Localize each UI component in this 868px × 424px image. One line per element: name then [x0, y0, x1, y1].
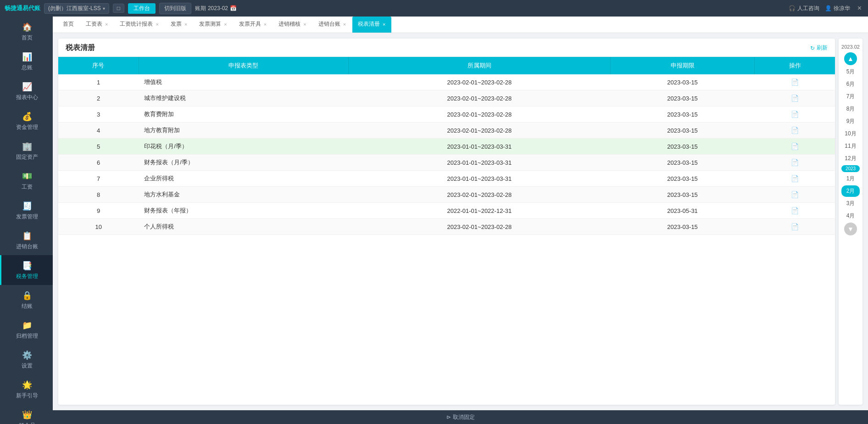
tab-purchase-audit[interactable]: 进销稽核×: [273, 17, 312, 33]
action-icon[interactable]: 📄: [791, 175, 799, 182]
row-deadline: 2023-03-15: [611, 171, 755, 187]
action-icon[interactable]: 📄: [791, 78, 799, 86]
action-icon[interactable]: 📄: [791, 95, 799, 102]
row-action[interactable]: 📄: [755, 171, 835, 187]
refresh-button[interactable]: ↻ 刷新: [810, 44, 828, 52]
right-panel: 2023.02▲5月6月7月8月9月10月11月12月20231月2月3月4月▼: [839, 39, 862, 405]
tab-home[interactable]: 首页: [57, 17, 79, 33]
top-bar: 畅捷通易代账 (勿删）江西服室-LSS ▾ □ 工作台 切到旧版 账期 2023…: [0, 0, 868, 17]
tab-tax-clear[interactable]: 税表清册×: [352, 17, 391, 33]
sidebar-item-guide[interactable]: 🌟新手引导: [0, 374, 53, 404]
row-action[interactable]: 📄: [755, 155, 835, 171]
ai-consult-button[interactable]: 🎧 人工咨询: [789, 5, 819, 12]
row-deadline: 2023-03-15: [611, 90, 755, 106]
sidebar-item-home[interactable]: 🏠首页: [0, 17, 53, 46]
action-icon[interactable]: 📄: [791, 159, 799, 166]
table-row: 3 教育费附加 2023-02-01~2023-02-28 2023-03-15…: [58, 106, 835, 123]
month-2022-5月[interactable]: 5月: [841, 66, 860, 78]
tab-label-invoice: 发票: [171, 20, 182, 28]
sidebar-item-tax[interactable]: 📑税务管理: [0, 255, 53, 285]
unpin-bar[interactable]: ⊳ 取消固定: [53, 410, 868, 424]
row-action[interactable]: 📄: [755, 106, 835, 123]
tab-close-purchase-audit[interactable]: ×: [303, 22, 306, 27]
action-icon[interactable]: 📄: [791, 223, 799, 230]
tab-purchase-ledger[interactable]: 进销台账×: [313, 17, 351, 33]
row-type: 财务报表（月/季）: [139, 155, 348, 171]
month-2022-7月[interactable]: 7月: [841, 91, 860, 102]
sidebar-item-reports[interactable]: 📈报表中心: [0, 76, 53, 106]
row-no: 9: [58, 203, 139, 219]
tab-close-tax-clear[interactable]: ×: [383, 22, 385, 27]
unpin-icon: ⊳: [446, 414, 451, 420]
tab-invoice-calc[interactable]: 发票测算×: [194, 17, 232, 33]
table-row: 9 财务报表（年报） 2022-01-01~2022-12-31 2023-05…: [58, 203, 835, 219]
sidebar-item-funds[interactable]: 💰资金管理: [0, 106, 53, 136]
page-content: 税表清册 ↻ 刷新 序号申报表类型所属期间申报期限操作 1 增值税 2023-0…: [53, 33, 868, 410]
sidebar-item-assets[interactable]: 🏢固定资产: [0, 136, 53, 166]
tab-payroll-stats[interactable]: 工资统计报表×: [114, 17, 164, 33]
month-2023-1月[interactable]: 1月: [841, 173, 860, 184]
sidebar-item-ledger[interactable]: 📊总账: [0, 46, 53, 76]
month-2022-10月[interactable]: 10月: [841, 128, 860, 139]
row-period: 2023-02-01~2023-02-28: [348, 106, 610, 123]
sidebar-item-archive[interactable]: 📁归档管理: [0, 315, 53, 345]
row-action[interactable]: 📄: [755, 90, 835, 106]
month-2023-2月[interactable]: 2月: [841, 185, 860, 197]
right-panel-down-button[interactable]: ▼: [844, 223, 857, 235]
row-no: 2: [58, 90, 139, 106]
row-action[interactable]: 📄: [755, 187, 835, 203]
user-profile[interactable]: 👤 徐凉华: [825, 5, 850, 12]
main-layout: 🏠首页📊总账📈报表中心💰资金管理🏢固定资产💵工资🧾发票管理📋进销台账📑税务管理🔒…: [0, 17, 868, 424]
tab-label-invoice-calc: 发票测算: [199, 20, 221, 28]
sidebar-item-member[interactable]: 👑畅会员: [0, 404, 53, 424]
month-2022-8月[interactable]: 8月: [841, 103, 860, 115]
calendar-icon[interactable]: 📅: [230, 5, 237, 11]
right-panel-up-button[interactable]: ▲: [844, 52, 857, 65]
sidebar-item-payroll[interactable]: 💵工资: [0, 166, 53, 195]
member-icon: 👑: [22, 410, 32, 420]
row-action[interactable]: 📄: [755, 139, 835, 155]
tab-invoice[interactable]: 发票×: [165, 17, 193, 33]
tab-close-invoice[interactable]: ×: [184, 22, 187, 27]
month-2022-9月[interactable]: 9月: [841, 116, 860, 127]
row-action[interactable]: 📄: [755, 123, 835, 139]
tab-close-purchase-ledger[interactable]: ×: [343, 22, 346, 27]
tab-payroll[interactable]: 工资表×: [80, 17, 113, 33]
tab-close-payroll[interactable]: ×: [105, 22, 108, 27]
copy-button[interactable]: □: [113, 4, 124, 13]
sidebar-item-closing[interactable]: 🔒结账: [0, 285, 53, 315]
row-action[interactable]: 📄: [755, 74, 835, 90]
ledger-icon: 📊: [22, 52, 32, 62]
row-action[interactable]: 📄: [755, 203, 835, 219]
action-icon[interactable]: 📄: [791, 207, 799, 214]
tab-close-invoice-open[interactable]: ×: [264, 22, 267, 27]
month-2022-11月[interactable]: 11月: [841, 140, 860, 152]
top-bar-right: 🎧 人工咨询 👤 徐凉华 ×: [789, 4, 863, 12]
table-row: 1 增值税 2023-02-01~2023-02-28 2023-03-15 📄: [58, 74, 835, 90]
sidebar-item-purchase[interactable]: 📋进销台账: [0, 225, 53, 255]
sidebar-item-invoice[interactable]: 🧾发票管理: [0, 195, 53, 225]
row-no: 4: [58, 123, 139, 139]
action-icon[interactable]: 📄: [791, 143, 799, 150]
tab-close-payroll-stats[interactable]: ×: [156, 22, 158, 27]
tab-invoice-open[interactable]: 发票开具×: [234, 17, 272, 33]
sidebar-item-settings[interactable]: ⚙️设置: [0, 345, 53, 374]
right-panel-year-label: 2023.02: [841, 42, 860, 51]
close-button[interactable]: ×: [856, 4, 863, 12]
month-2023-4月[interactable]: 4月: [841, 210, 860, 222]
tab-close-invoice-calc[interactable]: ×: [224, 22, 227, 27]
month-2022-6月[interactable]: 6月: [841, 78, 860, 90]
action-icon[interactable]: 📄: [791, 111, 799, 118]
workbench-button[interactable]: 工作台: [128, 3, 156, 14]
table-wrapper: 序号申报表类型所属期间申报期限操作 1 增值税 2023-02-01~2023-…: [58, 57, 835, 405]
action-icon[interactable]: 📄: [791, 127, 799, 134]
month-2022-12月[interactable]: 12月: [841, 153, 860, 164]
sidebar-label-settings: 设置: [22, 362, 33, 370]
refresh-icon: ↻: [810, 45, 815, 51]
month-2023-3月[interactable]: 3月: [841, 198, 860, 209]
company-selector[interactable]: (勿删）江西服室-LSS ▾: [44, 3, 109, 14]
row-action[interactable]: 📄: [755, 219, 835, 235]
switch-old-button[interactable]: 切到旧版: [159, 3, 191, 14]
action-icon[interactable]: 📄: [791, 191, 799, 198]
tab-label-invoice-open: 发票开具: [239, 20, 261, 28]
